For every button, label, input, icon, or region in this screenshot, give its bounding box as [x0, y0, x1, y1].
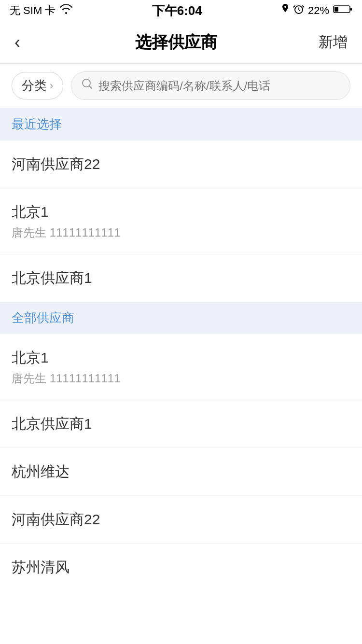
- nav-bar: ‹ 选择供应商 新增: [0, 21, 362, 64]
- list-item[interactable]: 北京供应商1: [0, 254, 362, 302]
- supplier-name: 河南供应商22: [12, 509, 350, 530]
- wifi-icon: [59, 4, 73, 17]
- supplier-name: 苏州清风: [12, 557, 350, 577]
- category-filter-button[interactable]: 分类 ›: [12, 72, 63, 99]
- list-item[interactable]: 北京1唐先生 11111111111: [0, 334, 362, 400]
- back-button[interactable]: ‹: [14, 32, 43, 53]
- status-left: 无 SIM 卡: [10, 3, 73, 18]
- list-item[interactable]: 北京供应商1: [0, 400, 362, 448]
- list-item[interactable]: 河南供应商22: [0, 140, 362, 188]
- add-new-button[interactable]: 新增: [309, 32, 348, 52]
- list-item[interactable]: 杭州维达: [0, 448, 362, 496]
- chevron-right-icon: ›: [50, 80, 53, 92]
- supplier-contact: 唐先生 11111111111: [12, 371, 350, 386]
- category-label: 分类: [22, 77, 47, 94]
- svg-rect-3: [334, 7, 338, 12]
- status-bar: 无 SIM 卡 下午6:04 22%: [0, 0, 362, 21]
- search-container: [71, 71, 350, 100]
- search-input[interactable]: [98, 79, 340, 93]
- all-supplier-list: 北京1唐先生 11111111111北京供应商1杭州维达河南供应商22苏州清风: [0, 334, 362, 591]
- filter-bar: 分类 ›: [0, 64, 362, 108]
- list-item[interactable]: 北京1唐先生 11111111111: [0, 188, 362, 254]
- status-time: 下午6:04: [152, 2, 202, 19]
- battery-icon: [333, 4, 352, 17]
- search-icon: [81, 78, 94, 94]
- recent-supplier-list: 河南供应商22北京1唐先生 11111111111北京供应商1: [0, 140, 362, 302]
- alarm-icon: [293, 4, 304, 17]
- supplier-name: 北京1: [12, 202, 350, 222]
- supplier-contact: 唐先生 11111111111: [12, 225, 350, 240]
- supplier-name: 北京1: [12, 348, 350, 368]
- recent-section-header: 最近选择: [0, 108, 362, 140]
- svg-rect-2: [350, 8, 352, 11]
- supplier-name: 北京供应商1: [12, 414, 350, 434]
- sim-text: 无 SIM 卡: [10, 3, 56, 18]
- supplier-name: 河南供应商22: [12, 154, 350, 174]
- status-right: 22%: [281, 4, 352, 17]
- battery-percent: 22%: [308, 4, 329, 17]
- location-icon: [281, 4, 290, 17]
- page-title: 选择供应商: [135, 31, 217, 54]
- all-section-header: 全部供应商: [0, 302, 362, 334]
- list-item[interactable]: 河南供应商22: [0, 496, 362, 544]
- supplier-name: 北京供应商1: [12, 268, 350, 288]
- list-item[interactable]: 苏州清风: [0, 544, 362, 591]
- supplier-name: 杭州维达: [12, 462, 350, 482]
